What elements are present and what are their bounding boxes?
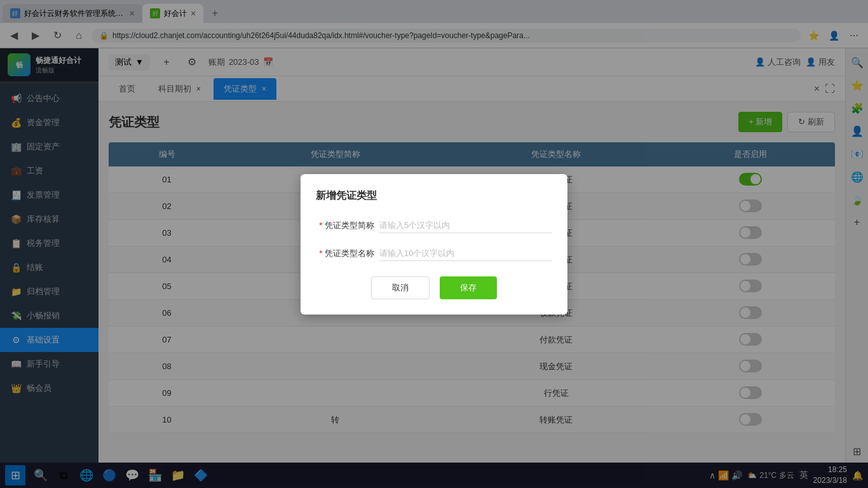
short-input[interactable] [379,218,552,233]
name-label: 凭证类型名称 [316,248,379,259]
form-item-short: 凭证类型简称 [316,218,552,233]
name-input[interactable] [379,246,552,261]
modal-footer: 取消 保存 [316,276,552,299]
add-voucher-modal: 新增凭证类型 凭证类型简称 凭证类型名称 取消 保存 [301,174,567,315]
modal-overlay: 新增凭证类型 凭证类型简称 凭证类型名称 取消 保存 [0,0,868,488]
cancel-button[interactable]: 取消 [371,276,430,299]
form-item-name: 凭证类型名称 [316,246,552,261]
save-button[interactable]: 保存 [440,276,497,299]
short-label: 凭证类型简称 [316,220,379,231]
modal-title: 新增凭证类型 [316,189,552,203]
